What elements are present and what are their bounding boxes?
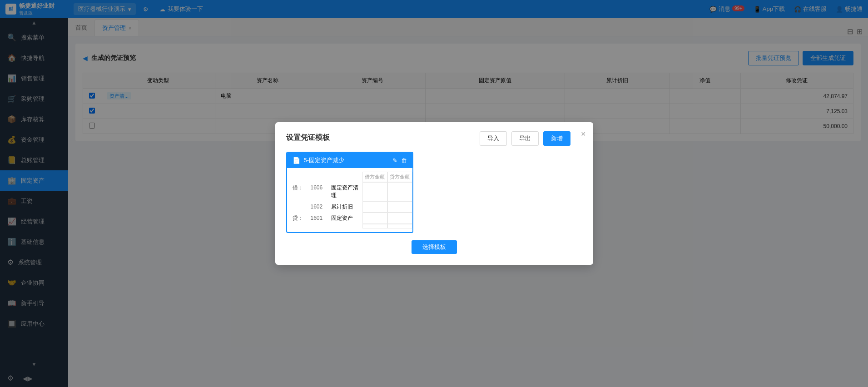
import-button[interactable]: 导入 bbox=[480, 131, 507, 146]
template-card-header: 📄 5-固定资产减少 ✎ 🗑 bbox=[287, 153, 412, 168]
template-entry-row: 借： 1606 固定资产清理 bbox=[287, 182, 412, 201]
certificate-template-modal: 设置凭证模板 × 导入 导出 新增 📄 5-固定资产减少 ✎ 🗑 bbox=[275, 122, 593, 265]
template-delete-icon[interactable]: 🗑 bbox=[401, 157, 407, 164]
template-card: 📄 5-固定资产减少 ✎ 🗑 借方金额 bbox=[286, 152, 413, 233]
modal-overlay: 设置凭证模板 × 导入 导出 新增 📄 5-固定资产减少 ✎ 🗑 bbox=[0, 0, 868, 387]
modal-close-button[interactable]: × bbox=[581, 129, 586, 139]
template-actions: ✎ 🗑 bbox=[392, 157, 407, 164]
template-entry-row: 贷： 1601 固定资产 bbox=[287, 213, 412, 224]
template-doc-icon: 📄 bbox=[293, 157, 300, 164]
template-title: 5-固定资产减少 bbox=[304, 156, 389, 164]
template-card-body: 借方金额 贷方金额 借： 1606 固定资产清理 1602 bbox=[287, 168, 412, 232]
modal-actions: 导入 导出 新增 bbox=[480, 131, 570, 146]
template-name: 固定资产减少 bbox=[309, 157, 344, 164]
template-edit-icon[interactable]: ✎ bbox=[392, 157, 397, 164]
template-number: 5 bbox=[304, 157, 307, 164]
template-entries-header: 借方金额 贷方金额 bbox=[287, 172, 412, 182]
new-template-button[interactable]: 新增 bbox=[543, 131, 570, 146]
select-template-button[interactable]: 选择模板 bbox=[412, 240, 457, 254]
template-entry-empty bbox=[287, 224, 412, 228]
template-entry-row: 1602 累计折旧 bbox=[287, 201, 412, 213]
template-entries: 借方金额 贷方金额 借： 1606 固定资产清理 1602 bbox=[287, 172, 412, 228]
export-button[interactable]: 导出 bbox=[511, 131, 539, 146]
